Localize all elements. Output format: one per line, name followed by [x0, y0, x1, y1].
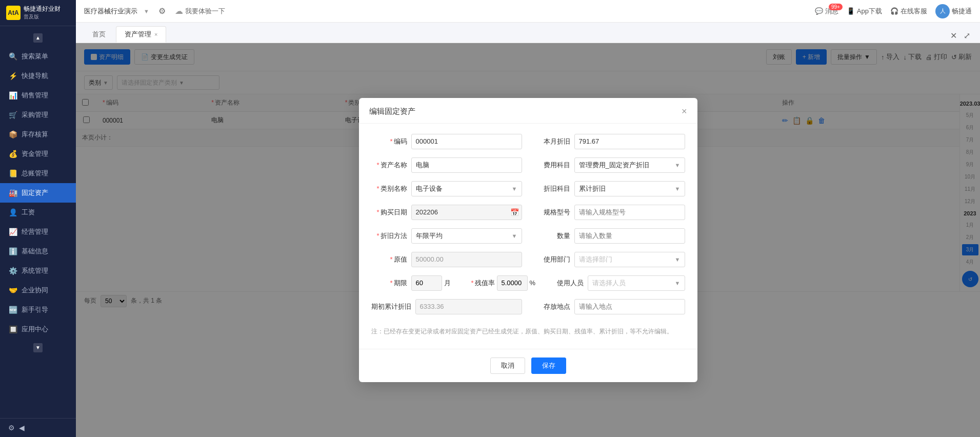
expense-subject-select[interactable]: 管理费用_固定资产折旧 ▼: [574, 157, 685, 173]
sidebar-item-label: 系统管理: [22, 266, 48, 275]
settings-icon[interactable]: ⚙: [8, 424, 15, 432]
sidebar-item-enterprise[interactable]: 🤝 企业协同: [0, 281, 76, 300]
user-menu[interactable]: 人 畅捷通: [935, 4, 972, 18]
sidebar-item-ledger[interactable]: 📒 总账管理: [0, 164, 76, 183]
original-value-input[interactable]: [411, 252, 522, 267]
dep-subject-value: 累计折旧: [579, 184, 606, 193]
experience-btn[interactable]: ☁ 我要体验一下: [175, 6, 225, 16]
expense-subject-arrow-icon: ▼: [675, 162, 681, 168]
residual-rate-input[interactable]: [497, 275, 528, 291]
search-icon: 🔍: [8, 52, 17, 61]
field-purchase-date: 购买日期 📅: [371, 205, 522, 220]
message-icon: 💬: [815, 7, 823, 15]
page-content: 资产明细 📄 变更生成凭证 刘账 + 新增 批量操作 ▼: [76, 43, 980, 437]
topbar-settings-icon[interactable]: ⚙: [155, 5, 169, 17]
collapse-icon[interactable]: ◀: [19, 424, 25, 432]
sidebar-item-payroll[interactable]: 👤 工资: [0, 203, 76, 222]
online-service-btn[interactable]: 🎧 在线客服: [890, 7, 927, 16]
dep-subject-label: 折旧科目: [534, 184, 570, 193]
sidebar-item-guide[interactable]: 🆕 新手引导: [0, 300, 76, 320]
month-dep-input[interactable]: [574, 134, 685, 149]
location-input[interactable]: [574, 299, 685, 314]
month-dep-label: 本月折旧: [534, 137, 570, 146]
enterprise-icon: 🤝: [8, 286, 17, 295]
tab-home[interactable]: 首页: [84, 26, 114, 43]
initial-dep-input[interactable]: [415, 299, 522, 314]
form-row-6: 原值 使用部门 请选择部门 ▼: [371, 252, 685, 267]
field-dep-method: 折旧方法 年限平均 ▼: [371, 228, 522, 244]
field-expense-subject: 费用科目 管理费用_固定资产折旧 ▼: [534, 157, 685, 173]
tab-asset-management[interactable]: 资产管理 ×: [116, 26, 166, 43]
form-row-2: 资产名称 费用科目 管理费用_固定资产折旧 ▼: [371, 157, 685, 173]
sidebar-scroll-down[interactable]: ▼: [33, 343, 43, 352]
period-unit-label: 月: [444, 279, 451, 288]
sidebar-item-system[interactable]: ⚙️ 系统管理: [0, 261, 76, 281]
company-arrow-icon: ▼: [144, 8, 149, 14]
form-row-7: 期限 月 残值率 % 使用人员: [371, 275, 685, 291]
window-close-btn[interactable]: ✕: [948, 30, 958, 41]
sidebar: AtA 畅捷通好业财 普及版 ▲ 🔍 搜索菜单 ⚡ 快捷导航 📊 销售管理: [0, 0, 76, 437]
category-arrow-icon: ▼: [512, 186, 517, 192]
sidebar-scroll-up[interactable]: ▲: [33, 33, 43, 43]
content-tabs: 首页 资产管理 × ✕ ⤢: [76, 23, 980, 43]
sidebar-item-sales[interactable]: 📊 销售管理: [0, 86, 76, 105]
sidebar-item-funds[interactable]: 💰 资金管理: [0, 144, 76, 164]
dept-select[interactable]: 请选择部门 ▼: [574, 252, 685, 267]
modal-close-btn[interactable]: ×: [682, 106, 687, 117]
sidebar-item-fixed-assets[interactable]: 🏭 固定资产: [0, 183, 76, 203]
person-select[interactable]: 请选择人员 ▼: [588, 275, 685, 291]
field-dep-subject: 折旧科目 累计折旧 ▼: [534, 181, 685, 196]
dep-subject-select[interactable]: 累计折旧 ▼: [574, 181, 685, 196]
sidebar-item-apps[interactable]: 🔲 应用中心: [0, 320, 76, 339]
sidebar-item-purchase[interactable]: 🛒 采购管理: [0, 105, 76, 125]
sidebar-item-label: 基础信息: [22, 247, 48, 256]
tab-home-label: 首页: [92, 30, 106, 39]
sidebar-item-quicknav[interactable]: ⚡ 快捷导航: [0, 66, 76, 86]
phone-icon: 📱: [847, 7, 855, 15]
category-select-modal[interactable]: 电子设备 ▼: [411, 181, 522, 196]
code-input[interactable]: [411, 134, 522, 149]
sidebar-nav: ▲ 🔍 搜索菜单 ⚡ 快捷导航 📊 销售管理 🛒 采购管理 📦 库存核算: [0, 26, 76, 418]
online-service-label: 在线客服: [901, 7, 927, 16]
app-download-btn[interactable]: 📱 App下载: [847, 7, 882, 16]
field-category: 类别名称 电子设备 ▼: [371, 181, 522, 196]
calendar-icon[interactable]: 📅: [510, 208, 519, 216]
sidebar-item-operations[interactable]: 📈 经营管理: [0, 222, 76, 242]
sidebar-item-inventory[interactable]: 📦 库存核算: [0, 125, 76, 144]
form-row-1: 编码 本月折旧: [371, 134, 685, 149]
cloud-icon: ☁: [175, 6, 183, 16]
dept-placeholder: 请选择部门: [579, 255, 612, 264]
quicknav-icon: ⚡: [8, 71, 17, 81]
guide-icon: 🆕: [8, 305, 17, 314]
field-spec: 规格型号: [534, 205, 685, 220]
field-month-dep: 本月折旧: [534, 134, 685, 149]
period-label: 期限: [371, 279, 407, 288]
message-btn[interactable]: 💬 消息 99+: [815, 7, 838, 16]
fixed-assets-icon: 🏭: [8, 188, 17, 197]
spec-input[interactable]: [574, 205, 685, 220]
cancel-button[interactable]: 取消: [490, 357, 525, 374]
quantity-input[interactable]: [574, 228, 685, 244]
main-area: 医疗器械行业演示 ▼ ⚙ ☁ 我要体验一下 💬 消息 99+ 📱 App下载 🎧: [76, 0, 980, 437]
save-button[interactable]: 保存: [531, 357, 566, 374]
logo-title: 畅捷通好业财: [24, 5, 61, 13]
sidebar-item-basic[interactable]: ℹ️ 基础信息: [0, 242, 76, 261]
purchase-date-input[interactable]: [411, 205, 522, 220]
window-maximize-btn[interactable]: ⤢: [962, 30, 972, 41]
sidebar-item-label: 新手引导: [22, 305, 48, 314]
asset-name-input[interactable]: [411, 157, 522, 173]
field-dept: 使用部门 请选择部门 ▼: [534, 252, 685, 267]
tab-asset-label: 资产管理: [125, 30, 151, 39]
sidebar-item-label: 资金管理: [22, 149, 48, 158]
system-icon: ⚙️: [8, 266, 17, 275]
experience-label: 我要体验一下: [185, 7, 225, 16]
period-input[interactable]: [411, 275, 442, 291]
company-name[interactable]: 医疗器械行业演示: [84, 7, 137, 16]
tab-close-icon[interactable]: ×: [154, 31, 157, 37]
modal-body: 编码 本月折旧 资产名称: [359, 124, 697, 349]
modal-footer: 取消 保存: [359, 349, 697, 382]
dep-method-select[interactable]: 年限平均 ▼: [411, 228, 522, 244]
dept-label: 使用部门: [534, 255, 570, 264]
sidebar-item-search[interactable]: 🔍 搜索菜单: [0, 47, 76, 66]
dep-method-arrow-icon: ▼: [512, 233, 517, 239]
